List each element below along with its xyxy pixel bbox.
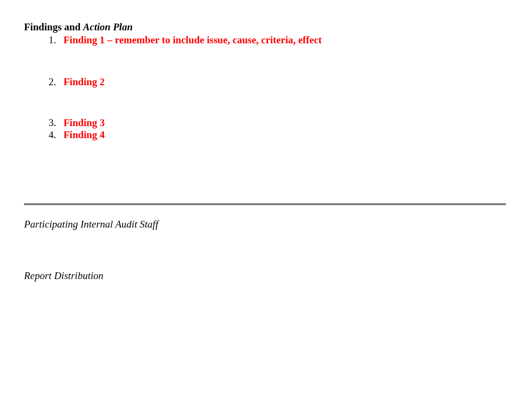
subheading-staff: Participating Internal Audit Staff: [24, 218, 506, 230]
finding-text: Finding 3: [63, 117, 105, 128]
findings-list: Finding 1 – remember to include issue, c…: [59, 34, 506, 141]
heading-suffix: Action Plan: [83, 21, 133, 33]
finding-item-3: Finding 3: [59, 117, 506, 129]
finding-item-4: Finding 4: [59, 129, 506, 141]
finding-text: Finding 1 – remember to include issue, c…: [63, 34, 322, 46]
section-heading: Findings and Action Plan: [24, 21, 506, 33]
finding-text: Finding 4: [63, 129, 105, 140]
finding-text: Finding 2: [63, 76, 105, 88]
finding-item-1: Finding 1 – remember to include issue, c…: [59, 34, 506, 76]
finding-item-2: Finding 2: [59, 76, 506, 117]
spacer: [63, 46, 506, 76]
section-divider: [24, 204, 506, 205]
subheading-distribution: Report Distribution: [24, 270, 506, 282]
spacer: [63, 88, 506, 117]
heading-prefix: Findings and: [24, 21, 83, 33]
